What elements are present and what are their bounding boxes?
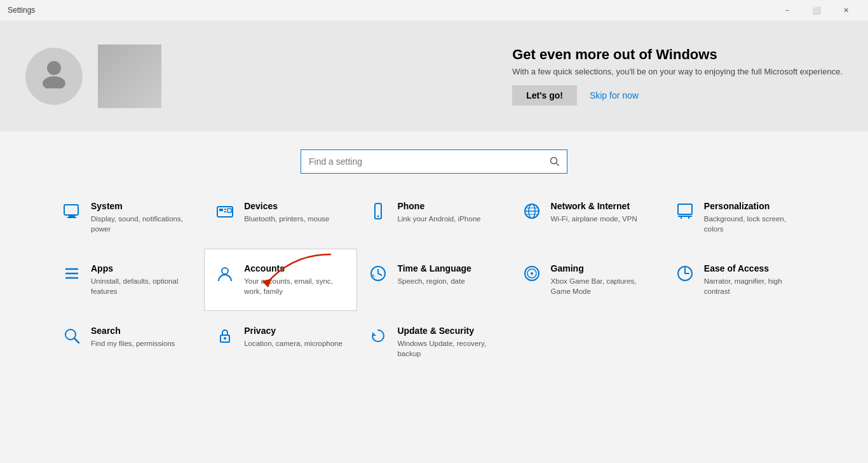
settings-item-network[interactable]: Network & InternetWi-Fi, airplane mode, … <box>511 186 664 249</box>
svg-rect-19 <box>678 204 692 214</box>
settings-item-time[interactable]: ATime & LanguageSpeech, region, date <box>357 249 510 311</box>
devices-icon <box>215 202 235 225</box>
network-icon <box>522 202 542 225</box>
settings-item-title: Phone <box>397 201 480 211</box>
svg-point-26 <box>222 268 228 274</box>
svg-rect-4 <box>64 205 78 215</box>
gaming-icon <box>522 265 542 287</box>
settings-item-title: Network & Internet <box>551 201 637 211</box>
settings-item-desc: Bluetooth, printers, mouse <box>244 214 329 224</box>
accounts-icon <box>215 265 235 287</box>
settings-item-search[interactable]: SearchFind my files, permissions <box>51 311 204 373</box>
maximize-button[interactable]: ⬜ <box>802 0 831 20</box>
settings-item-desc: Background, lock screen, colors <box>704 214 806 234</box>
settings-item-desc: Uninstall, defaults, optional features <box>91 276 193 296</box>
search-button[interactable] <box>543 150 567 173</box>
close-button[interactable]: ✕ <box>831 0 860 20</box>
settings-item-devices[interactable]: DevicesBluetooth, printers, mouse <box>204 186 357 249</box>
settings-grid: SystemDisplay, sound, notifications, pow… <box>0 186 868 374</box>
settings-item-desc: Speech, region, date <box>397 276 471 286</box>
svg-rect-8 <box>219 209 223 211</box>
system-icon <box>62 202 82 225</box>
app-title: Settings <box>8 6 35 15</box>
svg-text:A: A <box>372 273 375 278</box>
settings-item-desc: Xbox Game Bar, captures, Game Mode <box>551 276 653 296</box>
settings-item-desc: Find my files, permissions <box>91 338 175 349</box>
settings-item-desc: Your accounts, email, sync, work, family <box>244 276 346 296</box>
header-actions: Let's go! Skip for now <box>512 85 843 106</box>
settings-item-title: Apps <box>91 263 193 273</box>
svg-marker-39 <box>372 332 376 336</box>
apps-icon <box>62 265 82 287</box>
minimize-button[interactable]: − <box>773 0 802 20</box>
svg-rect-11 <box>227 209 231 212</box>
header-banner: Get even more out of Windows With a few … <box>0 20 868 132</box>
svg-point-1 <box>43 76 65 88</box>
settings-item-privacy[interactable]: PrivacyLocation, camera, microphone <box>204 311 357 373</box>
settings-item-desc: Windows Update, recovery, backup <box>397 338 499 359</box>
settings-item-update[interactable]: Update & SecurityWindows Update, recover… <box>357 311 510 373</box>
search-box <box>301 149 567 174</box>
settings-item-apps[interactable]: AppsUninstall, defaults, optional featur… <box>51 249 204 311</box>
skip-button[interactable]: Skip for now <box>590 90 639 100</box>
settings-item-title: Accounts <box>244 263 346 273</box>
avatar <box>25 48 83 105</box>
settings-item-title: System <box>91 201 193 211</box>
settings-item-title: Devices <box>244 201 329 211</box>
settings-item-gaming[interactable]: GamingXbox Game Bar, captures, Game Mode <box>511 249 664 311</box>
settings-item-desc: Narrator, magnifier, high contrast <box>704 276 806 296</box>
settings-item-title: Ease of Access <box>704 263 806 273</box>
settings-item-desc: Location, camera, microphone <box>244 338 342 349</box>
settings-item-title: Privacy <box>244 326 342 336</box>
personalization-icon <box>675 202 695 225</box>
settings-item-personalization[interactable]: PersonalizationBackground, lock screen, … <box>664 186 817 249</box>
settings-item-desc: Link your Android, iPhone <box>397 214 480 224</box>
user-photo <box>98 45 161 108</box>
svg-line-36 <box>74 338 79 343</box>
settings-item-title: Update & Security <box>397 326 499 336</box>
lets-go-button[interactable]: Let's go! <box>512 85 577 106</box>
header-cta: Get even more out of Windows With a few … <box>512 46 843 106</box>
settings-item-desc: Display, sound, notifications, power <box>91 214 193 234</box>
settings-item-title: Gaming <box>551 263 653 273</box>
settings-item-title: Time & Language <box>397 263 471 273</box>
settings-item-accounts[interactable]: AccountsYour accounts, email, sync, work… <box>204 249 357 311</box>
settings-item-system[interactable]: SystemDisplay, sound, notifications, pow… <box>51 186 204 249</box>
settings-item-phone[interactable]: PhoneLink your Android, iPhone <box>357 186 510 249</box>
search-input[interactable] <box>301 151 543 172</box>
svg-point-2 <box>551 158 557 164</box>
svg-point-0 <box>47 61 61 75</box>
update-icon <box>368 327 388 349</box>
user-icon <box>38 57 70 95</box>
settings-item-title: Search <box>91 326 175 336</box>
svg-point-33 <box>531 272 533 275</box>
svg-line-3 <box>557 163 559 166</box>
svg-line-29 <box>378 273 382 275</box>
time-icon: A <box>368 265 388 287</box>
svg-rect-5 <box>69 215 75 217</box>
search-container <box>0 149 868 174</box>
svg-point-38 <box>224 337 226 340</box>
svg-rect-6 <box>67 217 76 218</box>
svg-rect-10 <box>224 211 226 212</box>
privacy-icon <box>215 327 235 349</box>
svg-rect-9 <box>224 209 226 210</box>
settings-item-ease[interactable]: Ease of AccessNarrator, magnifier, high … <box>664 249 817 311</box>
svg-point-13 <box>377 216 379 218</box>
cta-title: Get even more out of Windows <box>512 46 843 63</box>
window-controls: − ⬜ ✕ <box>773 0 860 20</box>
phone-icon <box>368 202 388 225</box>
search-icon <box>62 327 82 349</box>
cta-subtitle: With a few quick selections, you'll be o… <box>512 67 843 76</box>
ease-icon <box>675 265 695 287</box>
settings-item-title: Personalization <box>704 201 806 211</box>
titlebar: Settings − ⬜ ✕ <box>0 0 868 20</box>
settings-item-desc: Wi-Fi, airplane mode, VPN <box>551 214 637 224</box>
